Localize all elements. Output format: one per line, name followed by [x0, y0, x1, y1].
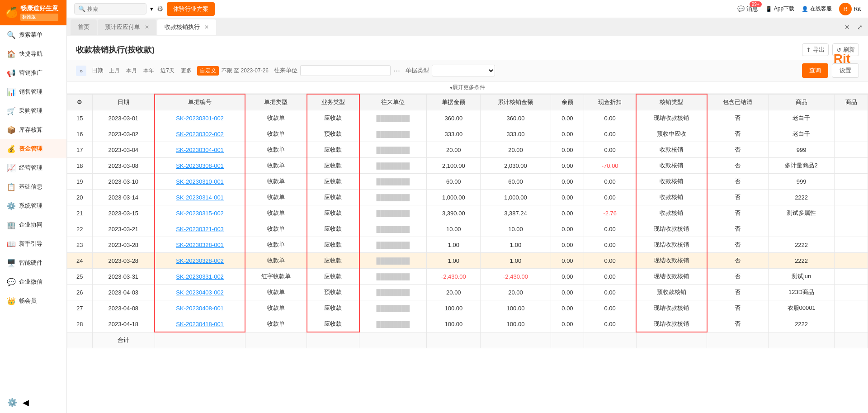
table-row[interactable]: 252023-03-31SK-20230331-002红字收款单应收款█████…	[67, 269, 868, 285]
online-service-btn[interactable]: 👤 在线客服	[802, 5, 832, 13]
cell-13-2[interactable]: SK-20230418-001	[155, 316, 245, 332]
tab-close-collection[interactable]: ✕	[204, 24, 209, 30]
export-btn[interactable]: ⬆ 导出	[802, 43, 829, 56]
total-cell-12	[769, 332, 835, 348]
user-avatar-area[interactable]: R Rit	[839, 3, 861, 15]
this-year-btn[interactable]: 本年	[141, 66, 157, 76]
cell-2-2[interactable]: SK-20230304-001	[155, 142, 245, 158]
sidebar-item-basic[interactable]: 📋基础信息	[0, 177, 66, 196]
sn-link[interactable]: SK-20230310-001	[176, 178, 224, 185]
type-label: 单据类型	[406, 66, 429, 75]
sn-link[interactable]: SK-20230308-001	[176, 162, 224, 169]
sidebar-item-operation[interactable]: 📈经营管理	[0, 158, 66, 177]
close-tab-btn[interactable]: ✕	[843, 22, 852, 33]
cell-1-2[interactable]: SK-20230302-002	[155, 126, 245, 142]
table-row[interactable]: 182023-03-08SK-20230308-001收款单应收款███████…	[67, 158, 868, 174]
top-right-decoration: Rit	[834, 52, 850, 66]
cell-4-2[interactable]: SK-20230310-001	[155, 174, 245, 190]
table-row[interactable]: 262023-04-03SK-20230403-002收款单预收款███████…	[67, 285, 868, 300]
topbar-gear-icon[interactable]: ⚙	[157, 5, 163, 13]
tab-receivable[interactable]: 预计应应付单✕	[98, 19, 156, 35]
query-btn[interactable]: 查询	[802, 63, 828, 78]
custom-date-btn[interactable]: 自定义	[197, 66, 219, 76]
partner-more-icon[interactable]: ···	[393, 66, 400, 76]
cell-6-2[interactable]: SK-20230315-002	[155, 205, 245, 221]
cell-7-11: 否	[707, 221, 769, 237]
search-input[interactable]	[87, 6, 132, 12]
tab-home[interactable]: 首页	[71, 19, 97, 35]
sidebar-label-finance: 资金管理	[19, 145, 42, 153]
sidebar-item-search[interactable]: 🔍搜索菜单	[0, 25, 66, 44]
col-header-7: 累计核销金额	[481, 94, 551, 110]
solution-btn[interactable]: 体验行业方案	[167, 2, 215, 16]
maximize-btn[interactable]: ⤢	[855, 22, 864, 33]
settings-col-icon[interactable]: ⚙	[77, 99, 82, 105]
sn-link[interactable]: SK-20230331-002	[176, 273, 224, 280]
expand-more-bar[interactable]: ▾ 展开更多条件	[67, 82, 868, 94]
cell-10-2[interactable]: SK-20230331-002	[155, 269, 245, 285]
cell-13-4: 应收款	[307, 316, 359, 332]
table-row[interactable]: 232023-03-28SK-20230328-001收款单应收款███████…	[67, 237, 868, 253]
sidebar-item-purchase[interactable]: 🛒采购管理	[0, 101, 66, 120]
tab-collection[interactable]: 收款核销执行✕	[157, 19, 216, 35]
collapse-icon[interactable]: ◀	[23, 398, 29, 408]
search-area[interactable]: 🔍	[74, 3, 146, 14]
table-row[interactable]: 222023-03-21SK-20230321-003收款单应收款███████…	[67, 221, 868, 237]
sidebar-item-corp[interactable]: 🏢企业协同	[0, 215, 66, 234]
table-row[interactable]: 272023-04-08SK-20230408-001收款单应收款███████…	[67, 300, 868, 316]
table-container[interactable]: ⚙日期单据编号单据类型业务类型往来单位单据金额累计核销金额余额现金折扣核销类型包…	[67, 94, 868, 413]
cell-8-2[interactable]: SK-20230328-001	[155, 237, 245, 253]
cell-7-2[interactable]: SK-20230321-003	[155, 221, 245, 237]
sidebar-item-wechat[interactable]: 💬企业微信	[0, 272, 66, 291]
sn-link[interactable]: SK-20230418-001	[176, 321, 224, 328]
cell-9-2[interactable]: SK-20230328-002	[155, 253, 245, 269]
sidebar-item-sales[interactable]: 📊销售管理	[0, 82, 66, 101]
cell-3-2[interactable]: SK-20230308-001	[155, 158, 245, 174]
sn-link[interactable]: SK-20230403-002	[176, 289, 224, 296]
topbar-dropdown[interactable]: ▾	[150, 5, 153, 12]
table-row[interactable]: 282023-04-18SK-20230418-001收款单应收款███████…	[67, 316, 868, 332]
message-btn[interactable]: 💬 消息 99+	[737, 5, 758, 13]
sn-link[interactable]: SK-20230328-001	[176, 242, 224, 248]
table-row[interactable]: 152023-03-01SK-20230301-002收款单应收款███████…	[67, 110, 868, 126]
sn-link[interactable]: SK-20230301-002	[176, 115, 224, 122]
sn-link[interactable]: SK-20230302-002	[176, 131, 224, 138]
cell-0-2[interactable]: SK-20230301-002	[155, 110, 245, 126]
sidebar-item-quick[interactable]: 🏠快捷导航	[0, 44, 66, 63]
cell-11-2[interactable]: SK-20230403-002	[155, 285, 245, 300]
sidebar-item-finance[interactable]: 💰资金管理	[0, 139, 66, 158]
partner-input[interactable]	[300, 65, 391, 76]
sidebar-item-hardware[interactable]: 🖥️智能硬件	[0, 253, 66, 272]
topbar: 🔍 ▾ ⚙ 体验行业方案 💬 消息 99+ 📱 App下载 👤 在线客服	[67, 0, 868, 18]
tab-close-receivable[interactable]: ✕	[145, 24, 149, 30]
filter-expand-btn[interactable]: »	[76, 66, 86, 76]
table-row[interactable]: 242023-03-28SK-20230328-002收款单应收款███████…	[67, 253, 868, 269]
sidebar-item-inventory[interactable]: 📦库存核算	[0, 120, 66, 139]
sn-link[interactable]: SK-20230315-002	[176, 210, 224, 217]
sn-link[interactable]: SK-20230304-001	[176, 147, 224, 153]
cell-5-2[interactable]: SK-20230314-001	[155, 190, 245, 205]
sidebar-item-system[interactable]: ⚙️系统管理	[0, 196, 66, 215]
last-month-btn[interactable]: 上月	[106, 66, 123, 76]
table-row[interactable]: 202023-03-14SK-20230314-001收款单应收款███████…	[67, 190, 868, 205]
this-month-btn[interactable]: 本月	[123, 66, 140, 76]
sidebar-item-member[interactable]: 👑畅会员	[0, 291, 66, 310]
last7-btn[interactable]: 近7天	[158, 66, 177, 76]
sn-link[interactable]: SK-20230408-001	[176, 305, 224, 312]
table-row[interactable]: 212023-03-15SK-20230315-002收款单应收款███████…	[67, 205, 868, 221]
cell-12-2[interactable]: SK-20230408-001	[155, 300, 245, 316]
app-download-btn[interactable]: 📱 App下载	[765, 5, 794, 13]
settings-icon[interactable]: ⚙️	[7, 398, 17, 408]
sidebar-item-marketing[interactable]: 📢营销推广	[0, 63, 66, 82]
table-row[interactable]: 162023-03-02SK-20230302-002收款单预收款███████…	[67, 126, 868, 142]
sn-link[interactable]: SK-20230314-001	[176, 194, 224, 201]
table-row[interactable]: 172023-03-04SK-20230304-001收款单应收款███████…	[67, 142, 868, 158]
sidebar-footer[interactable]: ⚙️ ◀	[0, 392, 66, 413]
more-date-btn[interactable]: 更多	[178, 66, 194, 76]
type-select[interactable]	[432, 65, 495, 76]
sidebar-item-guide[interactable]: 📖新手引导	[0, 234, 66, 253]
sn-link[interactable]: SK-20230328-002	[176, 257, 224, 264]
sn-link[interactable]: SK-20230321-003	[176, 226, 224, 233]
table-row[interactable]: 192023-03-10SK-20230310-001收款单应收款███████…	[67, 174, 868, 190]
cell-4-0: 19	[67, 174, 93, 190]
